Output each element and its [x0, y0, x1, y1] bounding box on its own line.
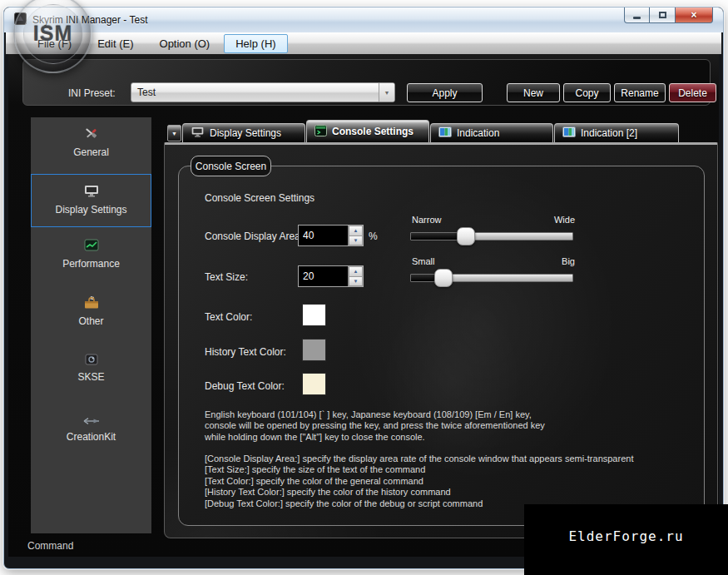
slider-track[interactable] [410, 232, 573, 240]
display-area-slider: Narrow Wide [410, 215, 575, 243]
spin-down-button[interactable]: ▼ [349, 236, 363, 246]
help-line: [Text Size:] specify the size of the tex… [205, 464, 704, 475]
slider-min-label: Narrow [412, 215, 441, 225]
text-color-swatch[interactable] [302, 304, 326, 326]
status-command-label: Command [27, 540, 73, 552]
sidebar-item-label: SKSE [77, 371, 104, 383]
sidebar-item-label: Display Settings [55, 204, 126, 216]
slider-track[interactable] [410, 274, 573, 282]
performance-chart-icon [84, 239, 99, 255]
sidebar-item-label: General [73, 146, 109, 158]
spin-down-icon: ▼ [354, 238, 359, 243]
minimize-button[interactable] [624, 7, 650, 23]
sidebar-item-display-settings[interactable]: Display Settings [31, 174, 151, 227]
keyboard-help-text: English keyboard (101/104) [` ] key, Jap… [205, 409, 704, 443]
sidebar-item-label: CreationKit [67, 431, 116, 443]
slider-max-label: Big [562, 256, 575, 266]
help-line: [History Text Color:] specify the color … [205, 487, 704, 498]
ism-logo-inner: ISM [23, 4, 83, 64]
chevron-down-icon: ▼ [171, 131, 177, 136]
text-size-spinner: ▲ ▼ [298, 265, 364, 287]
minimize-icon [633, 17, 641, 19]
sidebar-item-creationkit[interactable]: CreationKit [31, 409, 151, 452]
sidebar-item-general[interactable]: General [31, 121, 151, 164]
chevron-down-icon: ▼ [384, 90, 390, 96]
delete-button[interactable]: Delete [669, 83, 716, 102]
menubar: File (F) Edit (E) Option (O) Help (H) [6, 32, 721, 54]
console-display-area-label: Console Display Area: [205, 230, 303, 242]
text-size-slider: Small Big [410, 256, 575, 285]
preset-combobox-value: Test [131, 87, 379, 98]
menu-help[interactable]: Help (H) [224, 34, 287, 53]
tab-label: Display Settings [210, 127, 281, 139]
elderforge-watermark: ElderForge.ru [524, 504, 728, 575]
tools-icon [83, 126, 100, 144]
spin-up-button[interactable]: ▲ [349, 266, 363, 277]
spin-up-icon: ▲ [354, 228, 359, 233]
section-title: Console Screen Settings [205, 192, 314, 204]
rename-button[interactable]: Rename [614, 83, 666, 102]
maximize-icon [659, 12, 666, 18]
spin-up-button[interactable]: ▲ [349, 226, 363, 236]
sidebar-item-label: Performance [62, 258, 120, 270]
groupbox-label: Console Screen [191, 156, 271, 176]
field-help-text: [Console Display Area:] specify the disp… [205, 454, 704, 509]
arrow-icon [82, 414, 101, 429]
preset-panel: INI Preset: Test ▼ Apply New Copy Rename… [22, 59, 711, 106]
toolbox-icon [83, 295, 100, 313]
new-button[interactable]: New [507, 83, 560, 102]
text-color-label: Text Color: [205, 311, 252, 323]
close-button[interactable]: × [675, 7, 713, 23]
spin-buttons: ▲ ▼ [348, 226, 363, 245]
tab-label: Console Settings [332, 126, 414, 137]
text-size-label: Text Size: [205, 271, 248, 283]
sidebar-item-skse[interactable]: SKSE [31, 349, 151, 392]
ism-logo-text: ISM [33, 22, 72, 46]
help-line: console will be opened by pressing the k… [205, 420, 704, 431]
sidebar: General Display Settings Performance [31, 117, 151, 533]
elderforge-text: ElderForge.ru [568, 528, 683, 544]
tab-scroll-button[interactable]: ▼ [167, 125, 181, 141]
menu-edit[interactable]: Edit (E) [86, 34, 145, 53]
tab-display-settings[interactable]: Display Settings [182, 123, 305, 142]
screen-icon [562, 126, 576, 140]
monitor-icon [191, 126, 205, 141]
slider-max-label: Wide [554, 215, 575, 225]
history-text-color-label: History Text Color: [205, 346, 286, 358]
screenshot-root: Skyrim INI Manager - Test × File (F) Edi… [0, 0, 728, 575]
debug-text-color-label: Debug Text Color: [205, 380, 285, 392]
console-display-area-input[interactable] [299, 226, 348, 245]
help-line: [Text Color:] specify the color of the g… [205, 476, 704, 487]
tab-label: Indication [457, 127, 499, 139]
titlebar: Skyrim INI Manager - Test × [4, 7, 723, 32]
maximize-button[interactable] [650, 7, 675, 23]
menu-option[interactable]: Option (O) [148, 34, 222, 53]
spin-buttons: ▲ ▼ [348, 266, 363, 286]
preset-combobox-dropdown-button[interactable]: ▼ [379, 83, 394, 102]
sidebar-item-performance[interactable]: Performance [31, 234, 151, 277]
spin-down-button[interactable]: ▼ [349, 277, 363, 287]
client-area: INI Preset: Test ▼ Apply New Copy Rename… [8, 54, 719, 557]
tab-label: Indication [2] [581, 127, 637, 139]
apply-button[interactable]: Apply [407, 83, 483, 102]
copy-button[interactable]: Copy [563, 83, 611, 102]
window-controls: × [624, 7, 713, 23]
slider-thumb[interactable] [457, 227, 475, 245]
debug-text-color-swatch[interactable] [302, 373, 326, 395]
history-text-color-swatch[interactable] [302, 339, 326, 361]
tab-indication[interactable]: Indication [430, 123, 553, 142]
slider-min-label: Small [412, 256, 435, 266]
sidebar-item-other[interactable]: Other [31, 290, 151, 334]
tab-console-settings[interactable]: Console Settings [306, 120, 429, 142]
preset-combobox[interactable]: Test ▼ [131, 82, 395, 102]
spin-up-icon: ▲ [354, 269, 359, 274]
sidebar-item-label: Other [78, 315, 103, 327]
app-window: Skyrim INI Manager - Test × File (F) Edi… [3, 7, 724, 569]
tab-indication-2[interactable]: Indication [2] [554, 123, 679, 142]
console-icon [314, 125, 327, 139]
slider-thumb[interactable] [434, 269, 453, 287]
console-display-area-spinner: ▲ ▼ [298, 225, 364, 246]
text-size-input[interactable] [299, 266, 348, 286]
monitor-icon [83, 185, 100, 201]
help-line: while holding down the ["Alt"] key to cl… [205, 432, 704, 443]
